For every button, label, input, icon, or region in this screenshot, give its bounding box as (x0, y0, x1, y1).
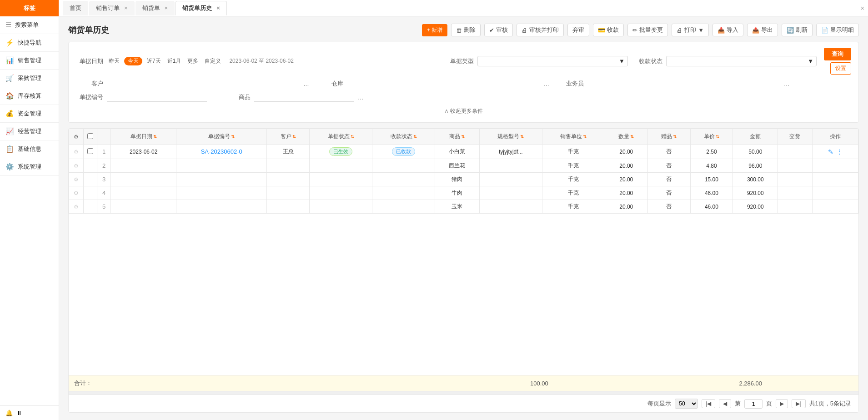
horizontal-scrollbar[interactable] (69, 391, 858, 395)
print-button[interactable]: 🖨 打印 ▼ (672, 24, 709, 36)
import-button[interactable]: 📥 导入 (712, 24, 743, 36)
goods-input[interactable] (254, 93, 354, 102)
first-page-button[interactable]: |◀ (702, 399, 715, 408)
next-page-button[interactable]: ▶ (776, 399, 788, 408)
tab-sales-order[interactable]: 销售订单 × (89, 1, 135, 15)
row-doc-date (111, 173, 176, 186)
sidebar-item-search-menu[interactable]: ☰ 搜索菜单 (0, 16, 59, 34)
th-doc-date[interactable]: 单据日期⇅ (111, 129, 176, 145)
collect-status-select[interactable]: ▼ (666, 56, 817, 66)
tab-sales-goods-close[interactable]: × (165, 5, 168, 11)
setting-button[interactable]: 设置 (830, 62, 851, 75)
warehouse-input[interactable] (347, 79, 540, 88)
row-doc-status (310, 159, 372, 173)
row-trade (778, 145, 812, 159)
shortcut-more[interactable]: 更多 (186, 57, 200, 65)
row-amount: 96.00 (733, 159, 778, 173)
goods-dots[interactable]: ... (358, 94, 363, 101)
row-unit: 千克 (542, 145, 605, 159)
delete-button[interactable]: 🗑 删除 (451, 24, 481, 36)
shortcut-yesterday[interactable]: 昨天 (107, 57, 121, 65)
filter-goods: 商品 ... (223, 93, 363, 102)
row-customer (267, 173, 310, 186)
row-customer (267, 186, 310, 200)
page-number-input[interactable] (744, 399, 763, 409)
new-button[interactable]: + 新增 (422, 24, 447, 36)
sidebar-item-finance-mgmt[interactable]: 💰 资金管理 (0, 105, 59, 123)
delete-icon: 🗑 (456, 27, 462, 34)
row-gear[interactable]: ⚙ (69, 159, 84, 173)
tab-sales-history[interactable]: 销货单历史 × (176, 1, 227, 15)
batch-change-button[interactable]: ✏ 批量变更 (627, 24, 668, 36)
agent-input[interactable] (587, 79, 781, 88)
th-customer[interactable]: 客户⇅ (267, 129, 310, 145)
row-operation[interactable] (812, 173, 858, 186)
th-quantity[interactable]: 数量⇅ (605, 129, 647, 145)
th-unit[interactable]: 销售单位⇅ (542, 129, 605, 145)
row-operation[interactable] (812, 186, 858, 200)
tab-sales-history-close[interactable]: × (216, 5, 220, 11)
pause-icon[interactable]: ⏸ (16, 410, 22, 416)
edit-op-icon[interactable]: ✎ (828, 148, 833, 155)
query-button[interactable]: 查询 (824, 48, 851, 60)
th-collect-status[interactable]: 收款状态⇅ (372, 129, 435, 145)
th-unit-price[interactable]: 单价⇅ (690, 129, 733, 145)
doc-no-link[interactable]: SA-20230602-0 (201, 148, 242, 155)
th-gear[interactable]: ⚙ (69, 129, 84, 145)
shortcut-7days[interactable]: 近7天 (145, 57, 163, 65)
notification-icon[interactable]: 🔔 (5, 410, 13, 416)
sidebar-item-inventory[interactable]: 🏠 库存核算 (0, 87, 59, 105)
close-all-btn[interactable]: × (861, 5, 864, 12)
last-page-button[interactable]: ▶| (792, 399, 805, 408)
more-op-icon[interactable]: ⋮ (836, 148, 843, 155)
customer-dots[interactable]: ... (304, 80, 309, 87)
tab-sales-goods[interactable]: 销货单 × (135, 1, 175, 15)
sidebar-item-sales-mgmt[interactable]: 📊 销售管理 (0, 52, 59, 70)
audit-print-button[interactable]: 🖨 审核并打印 (517, 24, 564, 36)
shortcut-today[interactable]: 今天 (124, 57, 142, 65)
warehouse-dots[interactable]: ... (544, 80, 549, 87)
row-unit: 千克 (542, 159, 605, 173)
th-spec[interactable]: 规格型号⇅ (479, 129, 542, 145)
row-num-cell: 2 (97, 159, 111, 173)
shortcut-1month[interactable]: 近1月 (166, 57, 183, 65)
row-gear[interactable]: ⚙ (69, 186, 84, 200)
row-operation[interactable]: ✎⋮ (812, 145, 858, 159)
th-goods[interactable]: 商品⇅ (435, 129, 480, 145)
sidebar-item-basic-info[interactable]: 📋 基础信息 (0, 140, 59, 158)
shortcut-custom[interactable]: 自定义 (203, 57, 223, 65)
row-gear[interactable]: ⚙ (69, 200, 84, 214)
doc-no-input[interactable] (107, 93, 207, 102)
prev-page-button[interactable]: ◀ (719, 399, 731, 408)
customer-input[interactable] (107, 79, 300, 88)
footer-total-quantity: 100.00 (530, 380, 548, 387)
row-gear[interactable]: ⚙ (69, 173, 84, 186)
row-checkbox[interactable] (87, 148, 93, 154)
sidebar-item-operation-mgmt[interactable]: 📈 经营管理 (0, 123, 59, 140)
display-detail-button[interactable]: 📄 显示明细 (816, 24, 859, 36)
sidebar-item-purchase-mgmt[interactable]: 🛒 采购管理 (0, 70, 59, 87)
tab-home[interactable]: 首页 (63, 1, 88, 15)
audit-button[interactable]: ✔ 审核 (484, 24, 513, 36)
page-size-select[interactable]: 50 100 200 (675, 399, 698, 409)
th-doc-no[interactable]: 单据编号⇅ (176, 129, 267, 145)
collect-status-label: 收款状态 (635, 57, 662, 65)
refresh-button[interactable]: 🔄 刷新 (782, 24, 813, 36)
sidebar-item-system-mgmt[interactable]: ⚙️ 系统管理 (0, 158, 59, 176)
collect-button[interactable]: 💳 收款 (593, 24, 624, 36)
export-button[interactable]: 📤 导出 (747, 24, 778, 36)
th-doc-status[interactable]: 单据状态⇅ (310, 129, 372, 145)
abandon-button[interactable]: 弃审 (567, 24, 589, 36)
row-gear[interactable]: ⚙ (69, 145, 84, 159)
row-operation[interactable] (812, 200, 858, 214)
row-unit: 千克 (542, 200, 605, 214)
agent-dots[interactable]: ... (784, 80, 789, 87)
sidebar-item-quick-nav[interactable]: ⚡ 快捷导航 (0, 34, 59, 52)
doc-type-select[interactable]: ▼ (477, 56, 628, 66)
row-quantity: 20.00 (605, 200, 647, 214)
collapse-button[interactable]: ∧ 收起更多条件 (76, 105, 851, 117)
tab-sales-order-close[interactable]: × (124, 5, 128, 11)
row-operation[interactable] (812, 159, 858, 173)
th-gift[interactable]: 赠品⇅ (647, 129, 690, 145)
select-all-checkbox[interactable] (87, 133, 93, 139)
